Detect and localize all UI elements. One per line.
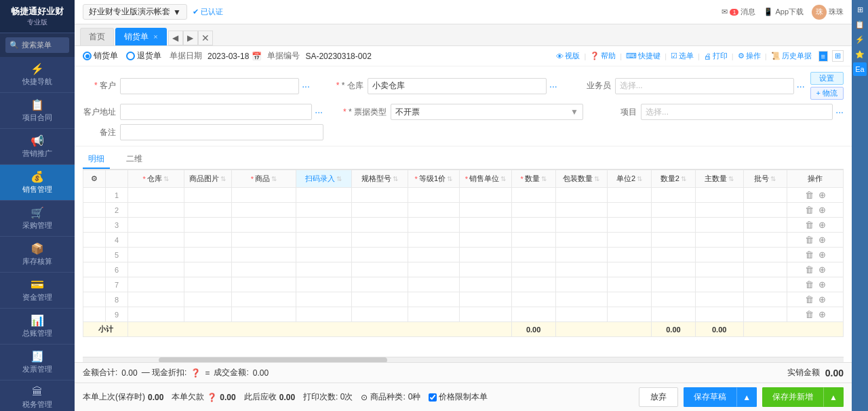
setup-button[interactable]: 设置: [810, 72, 844, 85]
delete-icon[interactable]: 🗑: [805, 250, 814, 260]
row-warehouse-cell[interactable]: [128, 188, 184, 203]
row-unit-cell[interactable]: [460, 218, 512, 233]
right-tool-3[interactable]: ⚡: [853, 33, 867, 46]
project-input[interactable]: 选择...: [641, 104, 833, 120]
customer-input[interactable]: [120, 78, 299, 94]
row-product-cell[interactable]: [232, 307, 296, 322]
layout-btn-list[interactable]: ≡: [818, 51, 828, 62]
row-mainqty-cell[interactable]: [695, 292, 743, 307]
row-price-cell[interactable]: [408, 248, 460, 262]
row-unit-cell[interactable]: [460, 233, 512, 248]
row-unit2-cell[interactable]: [608, 203, 652, 218]
sidebar-item-general[interactable]: 📊 总账管理: [0, 309, 75, 345]
row-batch-cell[interactable]: [743, 188, 787, 203]
save-new-button[interactable]: 保存并新增: [762, 387, 823, 407]
delete-icon[interactable]: 🗑: [805, 235, 814, 245]
copy-icon[interactable]: ⊕: [818, 294, 826, 305]
row-warehouse-cell[interactable]: [128, 248, 184, 262]
row-qty-cell[interactable]: [511, 248, 555, 262]
row-pack-cell[interactable]: [555, 203, 608, 218]
row-batch-cell[interactable]: [743, 262, 787, 277]
row-barcode-cell[interactable]: [296, 248, 352, 262]
row-qty2-cell[interactable]: [652, 292, 696, 307]
operation-button[interactable]: ⚙ 操作: [738, 51, 761, 61]
row-unit-cell[interactable]: [460, 307, 512, 322]
row-qty2-cell[interactable]: [652, 307, 696, 322]
right-tool-5[interactable]: Ea: [853, 62, 867, 76]
row-mainqty-cell[interactable]: [695, 218, 743, 233]
row-batch-cell[interactable]: [743, 233, 787, 248]
row-qty2-cell[interactable]: [652, 203, 696, 218]
debt-help[interactable]: ❓: [207, 393, 217, 402]
sidebar-item-invoice[interactable]: 🧾 发票管理: [0, 345, 75, 380]
row-qty-cell[interactable]: [511, 218, 555, 233]
tab-2d[interactable]: 二维: [121, 151, 148, 169]
row-product-cell[interactable]: [232, 218, 296, 233]
save-draft-button[interactable]: 保存草稿: [684, 387, 736, 407]
row-warehouse-cell[interactable]: [128, 307, 184, 322]
row-batch-cell[interactable]: [743, 218, 787, 233]
row-batch-cell[interactable]: [743, 203, 787, 218]
row-qty-cell[interactable]: [511, 307, 555, 322]
row-product-cell[interactable]: [232, 248, 296, 262]
row-price-cell[interactable]: [408, 203, 460, 218]
address-ellipsis[interactable]: ···: [315, 106, 323, 117]
row-spec-cell[interactable]: [352, 262, 408, 277]
row-unit2-cell[interactable]: [608, 248, 652, 262]
row-unit-cell[interactable]: [460, 203, 512, 218]
sidebar-item-quick[interactable]: ⚡ 快捷导航: [0, 57, 75, 93]
tab-sale-order[interactable]: 销货单 ×: [115, 28, 167, 45]
copy-icon[interactable]: ⊕: [818, 205, 826, 215]
sidebar-item-tax[interactable]: 🏛 税务管理: [0, 380, 75, 411]
row-unit2-cell[interactable]: [608, 307, 652, 322]
staff-input[interactable]: 选择...: [615, 78, 794, 94]
row-batch-cell[interactable]: [743, 277, 787, 292]
row-product-cell[interactable]: [232, 188, 296, 203]
delete-icon[interactable]: 🗑: [805, 279, 814, 290]
company-selector[interactable]: 好业财专业版演示帐套 ▼: [83, 4, 187, 20]
row-qty2-cell[interactable]: [652, 218, 696, 233]
row-unit-cell[interactable]: [460, 248, 512, 262]
row-barcode-cell[interactable]: [296, 218, 352, 233]
row-product-cell[interactable]: [232, 262, 296, 277]
copy-icon[interactable]: ⊕: [818, 265, 826, 275]
address-input[interactable]: [120, 104, 312, 120]
row-barcode-cell[interactable]: [296, 307, 352, 322]
user-avatar[interactable]: 珠 珠珠: [812, 5, 844, 20]
row-pack-cell[interactable]: [555, 188, 608, 203]
discount-help-icon[interactable]: ❓: [191, 368, 201, 378]
tab-detail[interactable]: 明细: [83, 151, 110, 169]
right-tool-2[interactable]: 📋: [853, 18, 867, 31]
row-warehouse-cell[interactable]: [128, 277, 184, 292]
delete-icon[interactable]: 🗑: [805, 220, 814, 230]
row-pack-cell[interactable]: [555, 292, 608, 307]
tab-close-button[interactable]: ✕: [198, 31, 213, 45]
row-pack-cell[interactable]: [555, 218, 608, 233]
row-pack-cell[interactable]: [555, 277, 608, 292]
message-button[interactable]: ✉ 1 消息: [722, 7, 755, 17]
row-unit2-cell[interactable]: [608, 292, 652, 307]
row-pack-cell[interactable]: [555, 262, 608, 277]
row-qty-cell[interactable]: [511, 203, 555, 218]
row-spec-cell[interactable]: [352, 248, 408, 262]
shortcut-button[interactable]: ⌨ 快捷键: [626, 51, 660, 61]
app-download-button[interactable]: 📱 App下载: [764, 7, 804, 17]
delete-icon[interactable]: 🗑: [805, 190, 814, 200]
radio-return[interactable]: 退货单: [126, 50, 161, 62]
row-mainqty-cell[interactable]: [695, 262, 743, 277]
row-warehouse-cell[interactable]: [128, 233, 184, 248]
copy-icon[interactable]: ⊕: [818, 250, 826, 260]
row-qty-cell[interactable]: [511, 233, 555, 248]
row-qty2-cell[interactable]: [652, 262, 696, 277]
row-pack-cell[interactable]: [555, 307, 608, 322]
row-price-cell[interactable]: [408, 188, 460, 203]
row-pack-cell[interactable]: [555, 248, 608, 262]
row-warehouse-cell[interactable]: [128, 262, 184, 277]
invoice-select[interactable]: 不开票 ▼: [391, 104, 583, 120]
help-button[interactable]: ❓ 帮助: [590, 51, 616, 61]
delete-icon[interactable]: 🗑: [805, 205, 814, 215]
project-ellipsis[interactable]: ···: [835, 106, 844, 117]
row-unit2-cell[interactable]: [608, 233, 652, 248]
right-tool-1[interactable]: ⊞: [853, 3, 867, 16]
row-batch-cell[interactable]: [743, 248, 787, 262]
